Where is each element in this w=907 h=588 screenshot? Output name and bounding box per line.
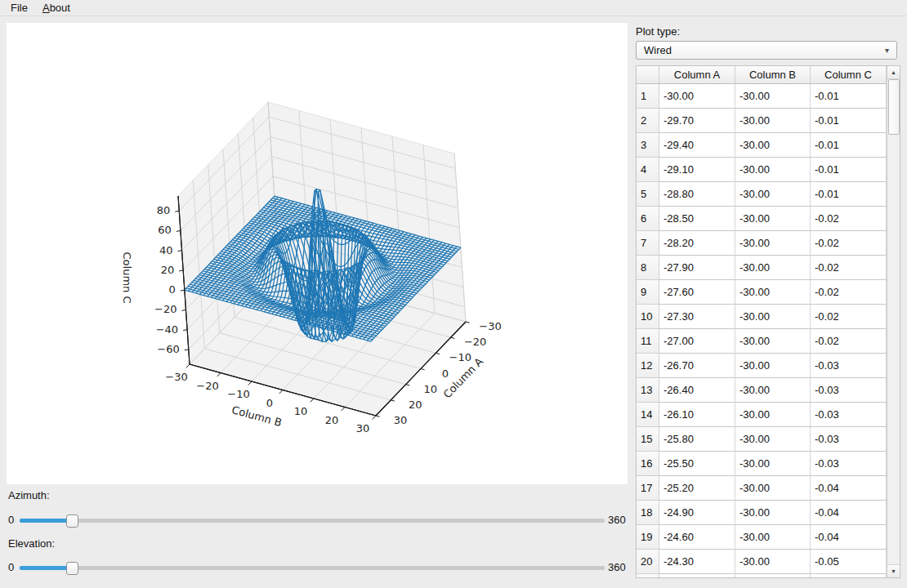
cell-column-a[interactable]: -27.00 bbox=[659, 329, 735, 354]
empty-cell bbox=[659, 574, 735, 578]
cell-column-c[interactable]: -0.03 bbox=[811, 403, 887, 427]
column-b-header[interactable]: Column B bbox=[735, 66, 811, 84]
column-c-header[interactable]: Column C bbox=[811, 66, 887, 84]
cell-column-c[interactable]: -0.03 bbox=[811, 378, 887, 403]
cell-column-c[interactable]: -0.05 bbox=[811, 550, 887, 574]
cell-column-c[interactable]: -0.03 bbox=[811, 427, 887, 452]
cell-column-c[interactable]: -0.02 bbox=[811, 256, 887, 280]
cell-column-b[interactable]: -30.00 bbox=[735, 329, 811, 354]
cell-column-b[interactable]: -30.00 bbox=[735, 427, 811, 452]
row-header[interactable]: 12 bbox=[637, 354, 659, 378]
row-header[interactable]: 2 bbox=[637, 109, 659, 133]
scrollbar-thumb[interactable] bbox=[888, 79, 900, 135]
cell-column-c[interactable]: -0.02 bbox=[811, 329, 887, 354]
cell-column-a[interactable]: -25.20 bbox=[659, 476, 735, 501]
cell-column-a[interactable]: -26.70 bbox=[659, 354, 735, 378]
cell-column-a[interactable]: -27.90 bbox=[659, 256, 735, 280]
azimuth-max-label: 360 bbox=[608, 514, 626, 526]
cell-column-a[interactable]: -29.10 bbox=[659, 158, 735, 182]
cell-column-a[interactable]: -26.40 bbox=[659, 378, 735, 403]
cell-column-b[interactable]: -30.00 bbox=[735, 182, 811, 207]
cell-column-b[interactable]: -30.00 bbox=[735, 305, 811, 329]
row-header[interactable]: 9 bbox=[637, 280, 659, 305]
row-header[interactable]: 13 bbox=[637, 378, 659, 403]
cell-column-a[interactable]: -24.30 bbox=[659, 550, 735, 574]
cell-column-a[interactable]: -29.40 bbox=[659, 133, 735, 158]
elevation-slider-handle[interactable] bbox=[66, 562, 78, 575]
row-header[interactable]: 7 bbox=[637, 231, 659, 256]
cell-column-a[interactable]: -25.80 bbox=[659, 427, 735, 452]
cell-column-a[interactable]: -24.60 bbox=[659, 525, 735, 550]
cell-column-a[interactable]: -28.20 bbox=[659, 231, 735, 256]
menu-about[interactable]: About bbox=[35, 0, 78, 16]
cell-column-c[interactable]: -0.01 bbox=[811, 84, 887, 109]
tick-mark bbox=[176, 230, 181, 231]
cell-column-a[interactable]: -30.00 bbox=[659, 84, 735, 109]
plot-type-select[interactable]: Wired ▾ bbox=[636, 41, 897, 60]
elevation-slider[interactable]: 0 360 bbox=[0, 559, 629, 576]
table-corner-header[interactable] bbox=[637, 66, 659, 84]
azimuth-slider[interactable]: 0 360 bbox=[0, 512, 629, 528]
cell-column-c[interactable]: -0.02 bbox=[811, 231, 887, 256]
cell-column-a[interactable]: -26.10 bbox=[659, 403, 735, 427]
cell-column-b[interactable]: -30.00 bbox=[735, 84, 811, 109]
cell-column-c[interactable]: -0.03 bbox=[811, 354, 887, 378]
cell-column-b[interactable]: -30.00 bbox=[735, 452, 811, 476]
azimuth-slider-track[interactable] bbox=[20, 519, 605, 523]
column-a-header[interactable]: Column A bbox=[659, 66, 735, 84]
cell-column-b[interactable]: -30.00 bbox=[735, 550, 811, 574]
cell-column-a[interactable]: -28.80 bbox=[659, 182, 735, 207]
row-header[interactable]: 11 bbox=[637, 329, 659, 354]
cell-column-b[interactable]: -30.00 bbox=[735, 158, 811, 182]
cell-column-b[interactable]: -30.00 bbox=[735, 354, 811, 378]
menu-file[interactable]: File bbox=[3, 0, 35, 16]
cell-column-b[interactable]: -30.00 bbox=[735, 207, 811, 231]
cell-column-c[interactable]: -0.03 bbox=[811, 452, 887, 476]
cell-column-c[interactable]: -0.04 bbox=[811, 525, 887, 550]
row-header[interactable]: 3 bbox=[637, 133, 659, 158]
cell-column-a[interactable]: -28.50 bbox=[659, 207, 735, 231]
cell-column-a[interactable]: -27.60 bbox=[659, 280, 735, 305]
scroll-up-button[interactable]: ▲ bbox=[887, 66, 900, 79]
row-header[interactable]: 15 bbox=[637, 427, 659, 452]
cell-column-a[interactable]: -25.50 bbox=[659, 452, 735, 476]
cell-column-c[interactable]: -0.04 bbox=[811, 501, 887, 525]
cell-column-c[interactable]: -0.02 bbox=[811, 305, 887, 329]
scroll-down-button[interactable]: ▼ bbox=[887, 564, 900, 577]
cell-column-c[interactable]: -0.02 bbox=[811, 207, 887, 231]
cell-column-b[interactable]: -30.00 bbox=[735, 476, 811, 501]
cell-column-b[interactable]: -30.00 bbox=[735, 231, 811, 256]
cell-column-a[interactable]: -24.90 bbox=[659, 501, 735, 525]
azimuth-slider-handle[interactable] bbox=[66, 514, 78, 528]
row-header[interactable]: 5 bbox=[637, 182, 659, 207]
row-header[interactable]: 8 bbox=[637, 256, 659, 280]
row-header[interactable]: 17 bbox=[637, 476, 659, 501]
row-header[interactable]: 1 bbox=[637, 84, 659, 109]
cell-column-b[interactable]: -30.00 bbox=[735, 501, 811, 525]
cell-column-b[interactable]: -30.00 bbox=[735, 378, 811, 403]
cell-column-b[interactable]: -30.00 bbox=[735, 256, 811, 280]
cell-column-c[interactable]: -0.04 bbox=[811, 476, 887, 501]
row-header[interactable]: 14 bbox=[637, 403, 659, 427]
cell-column-b[interactable]: -30.00 bbox=[735, 280, 811, 305]
cell-column-c[interactable]: -0.01 bbox=[811, 133, 887, 158]
cell-column-c[interactable]: -0.01 bbox=[811, 158, 887, 182]
cell-column-b[interactable]: -30.00 bbox=[735, 133, 811, 158]
row-header[interactable]: 6 bbox=[637, 207, 659, 231]
row-header[interactable]: 20 bbox=[637, 550, 659, 574]
cell-column-b[interactable]: -30.00 bbox=[735, 109, 811, 133]
row-header[interactable]: 18 bbox=[637, 501, 659, 525]
cell-column-c[interactable]: -0.01 bbox=[811, 182, 887, 207]
row-header[interactable]: 10 bbox=[637, 305, 659, 329]
row-header[interactable]: 4 bbox=[637, 158, 659, 182]
cell-column-c[interactable]: -0.01 bbox=[811, 109, 887, 133]
cell-column-b[interactable]: -30.00 bbox=[735, 403, 811, 427]
elevation-slider-track[interactable] bbox=[20, 566, 605, 570]
cell-column-a[interactable]: -27.30 bbox=[659, 305, 735, 329]
row-header[interactable]: 16 bbox=[637, 452, 659, 476]
cell-column-b[interactable]: -30.00 bbox=[735, 525, 811, 550]
cell-column-a[interactable]: -29.70 bbox=[659, 109, 735, 133]
row-header[interactable]: 19 bbox=[637, 525, 659, 550]
table-scrollbar[interactable]: ▲ ▼ bbox=[887, 66, 900, 577]
cell-column-c[interactable]: -0.02 bbox=[811, 280, 887, 305]
